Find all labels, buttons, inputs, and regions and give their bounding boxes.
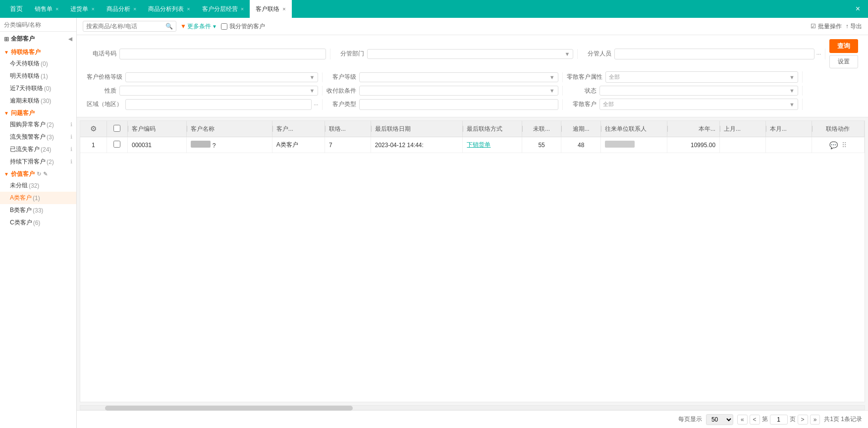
dept-label: 分管部门	[334, 50, 364, 58]
retail-attr-select[interactable]: 全部▼	[605, 71, 798, 83]
refresh-icon[interactable]: ↻	[37, 171, 41, 177]
sidebar-item-declining[interactable]: 持续下滑客户 (2) ℹ	[0, 156, 76, 168]
sidebar-search-input[interactable]	[4, 21, 77, 28]
nav-sales[interactable]: 销售单 ×	[29, 0, 64, 18]
price-level-select[interactable]: ▼	[125, 72, 318, 82]
edit-icon[interactable]: ✎	[43, 171, 48, 177]
row-last-method: 下销货单	[463, 137, 522, 153]
sidebar-item-a-class[interactable]: A类客户 (1)	[0, 192, 76, 204]
arrow-down-icon: ▼	[4, 50, 9, 55]
price-level-label: 客户价格等级	[87, 73, 122, 81]
sidebar-item-overdue-pending[interactable]: 逾期未联络 (30)	[0, 95, 76, 107]
row-this-year: 10995.00	[667, 137, 719, 153]
export-button[interactable]: ↑ 导出	[846, 22, 862, 31]
nav-product-analysis[interactable]: 商品分析 ×	[101, 0, 142, 18]
customer-type-input[interactable]	[359, 99, 558, 110]
filter-row-3: 性质 ▼ 收付款条件 ▼ 状态 ▼	[83, 86, 862, 96]
sidebar-item-abnormal[interactable]: 囤购异常客户 (2) ℹ	[0, 118, 76, 131]
per-page-select[interactable]: 50 100 200	[706, 414, 733, 425]
retail-select[interactable]: 全部▼	[599, 99, 798, 110]
filter-cell-price-level: 客户价格等级 ▼	[83, 72, 323, 82]
sidebar-item-today-pending[interactable]: 今天待联络 (0)	[0, 57, 76, 70]
filter-cell-status: 状态 ▼	[563, 86, 803, 96]
per-page-label: 每页显示	[678, 415, 702, 424]
comment-icon[interactable]: 💬	[829, 141, 838, 149]
status-select[interactable]: ▼	[599, 86, 798, 96]
filter-cell-retail: 零散客户 全部▼	[563, 99, 803, 110]
sidebar-item-unsorted[interactable]: 未分组 (32)	[0, 179, 76, 192]
col-date-header: 最后联络日期	[371, 121, 463, 137]
batch-op-button[interactable]: ☑ 批量操作	[811, 22, 841, 31]
dept-select[interactable]: ▼	[367, 49, 574, 59]
close-purchase-icon[interactable]: ×	[91, 6, 94, 12]
table-settings-icon[interactable]: ⚙	[90, 124, 97, 133]
export-icon: ↑	[846, 23, 849, 30]
row-company	[600, 137, 667, 153]
settings-button[interactable]: 设置	[829, 55, 858, 68]
my-customers-checkbox[interactable]	[221, 23, 227, 30]
table-scrollbar[interactable]	[80, 405, 865, 410]
filter-row-2: 客户价格等级 ▼ 客户等级 ▼ 零散客户属性 全部▼	[83, 71, 862, 83]
close-product-list-icon[interactable]: ×	[187, 6, 190, 12]
nav-purchase[interactable]: 进货单 ×	[64, 0, 100, 18]
data-table: ⚙ 客户编码 客户名称	[80, 121, 865, 153]
customer-level-label: 客户等级	[326, 73, 356, 81]
next-page-button[interactable]: >	[798, 415, 808, 425]
nav-home[interactable]: 首页	[4, 0, 29, 18]
row-checkbox[interactable]	[113, 141, 120, 148]
manager-more-btn[interactable]: ···	[816, 51, 821, 57]
last-method-link[interactable]: 下销货单	[467, 141, 490, 148]
sidebar-item-churned[interactable]: 已流失客户 (24) ℹ	[0, 143, 76, 156]
manager-input[interactable]	[614, 49, 814, 59]
pagination: 每页显示 50 100 200 « < 第 页 > » 共1页 1条记录	[77, 410, 868, 428]
sidebar-item-c-class[interactable]: C类客户 (6)	[0, 216, 76, 229]
select-all-checkbox[interactable]	[113, 125, 120, 132]
prev-page-button[interactable]: <	[750, 415, 760, 425]
filter-more-button[interactable]: ▼ 更多条件 ▼	[180, 22, 217, 31]
filter-cell-nature: 性质 ▼	[83, 86, 323, 96]
sidebar-group-pending[interactable]: ▼ 待联络客户	[0, 46, 76, 57]
sidebar-item-week-pending[interactable]: 近7天待联络 (0)	[0, 82, 76, 95]
col-overdue-header: 逾期...	[561, 121, 601, 137]
sidebar-item-tomorrow-pending[interactable]: 明天待联络 (1)	[0, 70, 76, 82]
payment-select[interactable]: ▼	[359, 86, 558, 96]
close-customer-contact-icon[interactable]: ×	[282, 6, 285, 12]
region-input[interactable]	[125, 99, 312, 110]
col-unlinkd-header: 未联...	[522, 121, 561, 137]
my-customers-filter[interactable]: 我分管的客户	[221, 22, 265, 31]
page-label: 第	[762, 415, 768, 424]
qrcode-icon[interactable]: ⠿	[842, 141, 847, 149]
sidebar-item-b-class[interactable]: B类客户 (33)	[0, 204, 76, 216]
phone-label: 电话号码	[87, 50, 116, 58]
region-more-btn[interactable]: ···	[314, 102, 318, 107]
last-page-button[interactable]: »	[810, 415, 820, 425]
close-all-button[interactable]: ×	[852, 4, 864, 13]
data-table-container: ⚙ 客户编码 客户名称	[80, 120, 865, 402]
query-button[interactable]: 查询	[829, 39, 858, 53]
nav-customer-tier[interactable]: 客户分层经营 ×	[196, 0, 250, 18]
sidebar-group-problem[interactable]: ▼ 问题客户	[0, 107, 76, 118]
first-page-button[interactable]: «	[737, 415, 748, 425]
row-checkbox-cell	[107, 137, 127, 153]
filter-search-input[interactable]	[86, 23, 165, 30]
table-scrollbar-thumb[interactable]	[105, 406, 353, 411]
page-number-input[interactable]	[770, 415, 788, 425]
close-product-analysis-icon[interactable]: ×	[133, 6, 136, 12]
filter-search-icon[interactable]: 🔍	[165, 23, 173, 30]
arrow-down-icon-3: ▼	[4, 171, 9, 177]
nav-product-list[interactable]: 商品分析列表 ×	[142, 0, 196, 18]
sidebar-item-churn-warning[interactable]: 流失预警客户 (3) ℹ	[0, 131, 76, 143]
nav-customer-contact[interactable]: 客户联络 ×	[250, 0, 291, 18]
close-customer-tier-icon[interactable]: ×	[241, 6, 244, 12]
customer-level-select[interactable]: ▼	[359, 72, 558, 82]
sidebar-group-value[interactable]: ▼ 价值客户 ↻ ✎	[0, 168, 76, 179]
nature-select[interactable]: ▼	[119, 86, 318, 96]
col-thisyear-header: 本年...	[667, 121, 719, 137]
filter-search-container: 🔍	[83, 21, 176, 32]
customer-name-suffix: ?	[213, 142, 216, 149]
phone-input[interactable]	[119, 49, 326, 59]
sidebar-all-customers[interactable]: ⊞ 全部客户 ◀	[0, 32, 76, 46]
customer-type-label: 客户类型	[326, 100, 356, 108]
filter-cell-customer-type: 客户类型	[323, 99, 562, 110]
close-sales-icon[interactable]: ×	[55, 6, 58, 12]
